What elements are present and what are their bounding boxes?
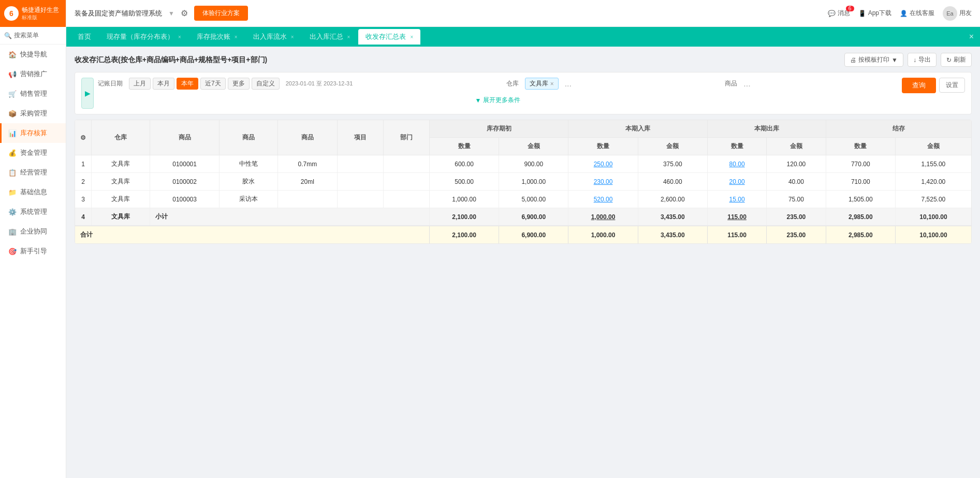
- tab-inout-summary[interactable]: 出入库汇总 ×: [302, 29, 358, 45]
- row-project: [337, 155, 383, 173]
- row-opening-amt: 1,000.00: [499, 173, 568, 191]
- th-opening-amt: 金额: [499, 138, 568, 155]
- date-btn-more[interactable]: 更多: [228, 78, 250, 90]
- row-out-qty[interactable]: 80.00: [707, 155, 766, 173]
- goods-dots[interactable]: ...: [743, 79, 750, 89]
- row-warehouse: 文具库: [92, 191, 150, 208]
- sidebar-item-inventory[interactable]: 📊 库存核算: [0, 123, 66, 143]
- sidebar-item-quick-nav[interactable]: 🏠 快捷导航: [0, 45, 66, 64]
- row-out-qty[interactable]: 15.00: [707, 191, 766, 208]
- filter-section: ▶ 记账日期 上月 本月 本年 近7天 更多 自定义 2023-01-01 至 …: [81, 78, 965, 109]
- tab-receive-summary-close[interactable]: ×: [410, 34, 413, 40]
- sidebar-item-system[interactable]: ⚙️ 系统管理: [0, 202, 66, 222]
- user-btn[interactable]: Ea 用友: [943, 6, 972, 21]
- tabbar-close-all[interactable]: ×: [967, 32, 976, 41]
- total-out-amt: 235.00: [767, 226, 826, 243]
- page-content: 收发存汇总表(按仓库+商品编码+商品+规格型号+项目+部门) 🖨 按模板打印 ▼…: [66, 47, 980, 478]
- tab-home[interactable]: 首页: [70, 29, 98, 45]
- table-settings-icon[interactable]: ⚙: [80, 134, 86, 141]
- date-label: 记账日期: [98, 79, 123, 88]
- row-in-qty[interactable]: 520.00: [568, 191, 638, 208]
- sidebar-item-purchase[interactable]: 📦 采购管理: [0, 104, 66, 123]
- print-btn[interactable]: 🖨 按模板打印 ▼: [844, 53, 903, 67]
- row-out-qty[interactable]: 20.00: [707, 173, 766, 191]
- subtotal-out-amt: 235.00: [767, 208, 826, 226]
- print-icon: 🖨: [850, 56, 856, 64]
- subtotal-in-qty: 1,000.00: [568, 208, 638, 226]
- sidebar-nav: 🏠 快捷导航 📢 营销推广 🛒 销售管理 📦 采购管理 📊 库存核算 💰 资金管…: [0, 45, 66, 478]
- guide-icon: 🎯: [8, 247, 17, 256]
- row-warehouse: 文具库: [92, 155, 150, 173]
- filter-settings-btn[interactable]: 设置: [939, 78, 965, 93]
- page-header-actions: 🖨 按模板打印 ▼ ↓ 导出 ↻ 刷新: [844, 53, 972, 67]
- filter-arrow-btn[interactable]: ▶: [81, 78, 94, 109]
- row-out-amt: 40.00: [767, 173, 826, 191]
- search-label: 搜索菜单: [14, 31, 39, 40]
- filter-inputs: 记账日期 上月 本月 本年 近7天 更多 自定义 2023-01-01 至 20…: [98, 78, 898, 105]
- message-btn[interactable]: 💬 消息 6: [828, 9, 850, 18]
- date-range: 2023-01-01 至 2023-12-31: [286, 80, 353, 88]
- row-in-qty[interactable]: 230.00: [568, 173, 638, 191]
- date-btn-7days[interactable]: 近7天: [200, 78, 226, 90]
- row-goods-name: 采访本: [220, 191, 278, 208]
- app-download-btn[interactable]: 📱 App下载: [858, 9, 891, 18]
- th-out-qty: 数量: [707, 138, 766, 155]
- sidebar-item-finance[interactable]: 💰 资金管理: [0, 143, 66, 163]
- tab-batch-close[interactable]: ×: [235, 34, 238, 40]
- trial-btn[interactable]: 体验行业方案: [194, 6, 248, 21]
- th-project: 项目: [337, 120, 383, 155]
- total-in-qty: 1,000.00: [568, 226, 638, 243]
- total-label: 合计: [75, 226, 429, 243]
- expand-row: ▼ 展开更多条件: [98, 93, 898, 105]
- sidebar-item-sales[interactable]: 🛒 销售管理: [0, 84, 66, 104]
- date-btn-custom[interactable]: 自定义: [252, 78, 280, 90]
- row-num: 2: [75, 173, 92, 191]
- th-opening-group: 库存期初: [429, 120, 568, 138]
- th-dept: 部门: [383, 120, 429, 155]
- settings-gear-icon[interactable]: ⚙: [181, 8, 188, 18]
- row-goods-code: 0100002: [150, 173, 219, 191]
- warehouse-tag-remove[interactable]: ×: [550, 80, 554, 88]
- message-badge: 6: [846, 6, 854, 11]
- sidebar-item-marketing[interactable]: 📢 营销推广: [0, 64, 66, 84]
- warehouse-dots[interactable]: ...: [565, 79, 572, 89]
- tab-inventory-dist-close[interactable]: ×: [178, 34, 181, 40]
- avatar-initials: Ea: [946, 10, 953, 17]
- sidebar-item-enterprise[interactable]: 🏢 企业协同: [0, 222, 66, 241]
- date-btn-last-month[interactable]: 上月: [129, 78, 151, 90]
- query-btn[interactable]: 查询: [902, 78, 936, 93]
- row-in-qty[interactable]: 250.00: [568, 155, 638, 173]
- date-btn-this-month[interactable]: 本月: [153, 78, 174, 90]
- row-dept: [383, 173, 429, 191]
- tab-inout-flow-close[interactable]: ×: [291, 34, 294, 40]
- tab-receive-summary[interactable]: 收发存汇总表 ×: [358, 29, 420, 45]
- th-settings: ⚙: [75, 120, 92, 155]
- date-btn-this-year[interactable]: 本年: [177, 78, 198, 90]
- purchase-icon: 📦: [8, 109, 17, 118]
- inventory-icon: 📊: [8, 128, 17, 138]
- search-menu[interactable]: 🔍 搜索菜单: [0, 27, 66, 45]
- logo-text: 畅捷通好生意 标准版: [22, 6, 59, 22]
- sidebar-item-label: 销售管理: [20, 89, 47, 98]
- tab-inout-flow[interactable]: 出入库流水 ×: [246, 29, 301, 45]
- sidebar-item-label: 采购管理: [20, 109, 47, 118]
- sales-icon: 🛒: [8, 89, 17, 98]
- row-closing-amt: 1,155.00: [895, 155, 971, 173]
- tab-batch[interactable]: 库存批次账 ×: [189, 29, 245, 45]
- app-download-label: App下载: [868, 9, 891, 18]
- basic-icon: 📁: [8, 187, 17, 197]
- export-btn[interactable]: ↓ 导出: [908, 53, 937, 67]
- refresh-btn[interactable]: ↻ 刷新: [941, 53, 972, 67]
- online-service-btn[interactable]: 👤 在线客服: [900, 9, 934, 18]
- table-row: 3 文具库 0100003 采访本 1,000.00 5,000.00 520.…: [75, 191, 971, 208]
- operations-icon: 📋: [8, 168, 17, 177]
- tab-inventory-dist[interactable]: 现存量（库存分布表） ×: [99, 29, 188, 45]
- sidebar-item-basic[interactable]: 📁 基础信息: [0, 182, 66, 202]
- expand-more-btn[interactable]: ▼ 展开更多条件: [475, 96, 521, 105]
- sidebar-item-operations[interactable]: 📋 经营管理: [0, 163, 66, 182]
- goods-label: 商品: [725, 79, 737, 88]
- sidebar-item-guide[interactable]: 🎯 新手引导: [0, 241, 66, 261]
- tab-inout-summary-close[interactable]: ×: [347, 34, 350, 40]
- total-closing-amt: 10,100.00: [895, 226, 971, 243]
- warehouse-label: 仓库: [506, 79, 519, 88]
